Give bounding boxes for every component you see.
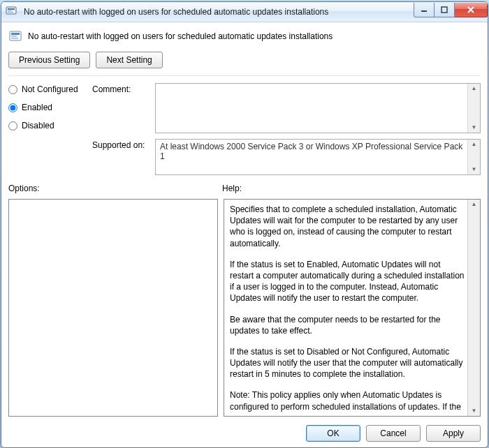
radio-not-configured[interactable]: Not Configured	[8, 84, 85, 94]
svg-rect-5	[441, 7, 447, 13]
comment-label: Comment:	[92, 83, 148, 133]
separator	[8, 75, 481, 76]
scroll-down-icon[interactable]: ▼	[472, 165, 477, 174]
nav-buttons: Previous Setting Next Setting	[8, 52, 481, 68]
radio-disabled-label: Disabled	[22, 121, 54, 130]
app-icon	[6, 5, 20, 19]
close-button[interactable]	[455, 3, 488, 17]
scroll-up-icon[interactable]: ▲	[472, 200, 477, 209]
svg-rect-7	[11, 33, 20, 35]
scroll-up-icon[interactable]: ▲	[472, 140, 477, 149]
radio-enabled-input[interactable]	[8, 103, 17, 112]
supported-row: Supported on: At least Windows 2000 Serv…	[92, 139, 481, 175]
scroll-down-icon[interactable]: ▼	[472, 406, 477, 416]
comment-textarea[interactable]: ▲▼	[155, 83, 481, 133]
policy-title: No auto-restart with logged on users for…	[28, 31, 333, 41]
help-paragraph: Specifies that to complete a scheduled i…	[230, 204, 465, 249]
help-paragraph: If the status is set to Enabled, Automat…	[230, 259, 465, 304]
radio-enabled-label: Enabled	[22, 103, 52, 112]
ok-button[interactable]: OK	[306, 425, 360, 442]
radio-not-configured-label: Not Configured	[22, 84, 78, 94]
supported-scrollbar[interactable]: ▲▼	[467, 140, 480, 174]
options-panel	[8, 199, 218, 417]
previous-setting-button[interactable]: Previous Setting	[8, 52, 90, 68]
svg-rect-8	[11, 36, 17, 37]
help-paragraph: Be aware that the computer needs to be r…	[230, 314, 465, 336]
supported-on-box: At least Windows 2000 Service Pack 3 or …	[155, 139, 481, 175]
svg-rect-4	[421, 10, 427, 12]
section-labels: Options: Help:	[8, 184, 481, 193]
comment-row: Comment: ▲▼	[92, 83, 481, 133]
supported-label: Supported on:	[92, 139, 148, 175]
help-label: Help:	[222, 184, 242, 193]
window-controls	[414, 3, 488, 17]
svg-rect-1	[8, 8, 15, 10]
comment-scrollbar[interactable]: ▲▼	[467, 84, 480, 133]
radio-enabled[interactable]: Enabled	[8, 103, 85, 112]
minimize-button[interactable]	[414, 3, 435, 17]
help-scrollbar[interactable]: ▲▼	[467, 200, 480, 416]
dialog-buttons: OK Cancel Apply	[8, 419, 481, 442]
client-area: No auto-restart with logged on users for…	[1, 22, 488, 447]
panels: Specifies that to complete a scheduled i…	[8, 199, 481, 417]
help-panel: Specifies that to complete a scheduled i…	[224, 199, 481, 417]
fields-column: Comment: ▲▼ Supported on: At least Windo…	[92, 83, 481, 175]
state-radios: Not Configured Enabled Disabled	[8, 83, 85, 175]
cancel-button[interactable]: Cancel	[366, 425, 421, 442]
svg-rect-3	[8, 12, 13, 13]
radio-disabled-input[interactable]	[8, 121, 17, 130]
svg-rect-2	[8, 10, 12, 11]
scroll-up-icon[interactable]: ▲	[472, 84, 477, 94]
window-title: No auto-restart with logged on users for…	[24, 7, 409, 17]
policy-editor-window: No auto-restart with logged on users for…	[1, 1, 488, 448]
policy-icon	[8, 29, 22, 43]
apply-button[interactable]: Apply	[426, 425, 481, 442]
config-area: Not Configured Enabled Disabled Comment:…	[8, 83, 481, 175]
maximize-button[interactable]	[435, 3, 455, 17]
scroll-down-icon[interactable]: ▼	[472, 123, 477, 133]
radio-not-configured-input[interactable]	[8, 85, 17, 94]
title-bar[interactable]: No auto-restart with logged on users for…	[1, 2, 488, 22]
svg-rect-9	[11, 38, 18, 39]
next-setting-button[interactable]: Next Setting	[96, 52, 162, 68]
help-paragraph: Note: This policy applies only when Auto…	[230, 389, 465, 412]
supported-on-value: At least Windows 2000 Service Pack 3 or …	[160, 142, 462, 161]
help-paragraph: If the status is set to Disabled or Not …	[230, 346, 465, 380]
radio-disabled[interactable]: Disabled	[8, 121, 85, 130]
options-label: Options:	[8, 184, 222, 193]
policy-header: No auto-restart with logged on users for…	[8, 27, 481, 49]
